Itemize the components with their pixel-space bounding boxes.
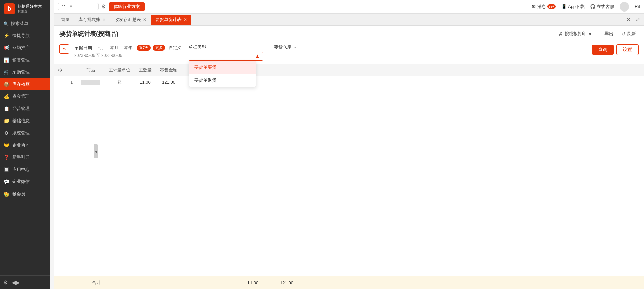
date-options-row: 单据日期 上月 本月 本年 近7天 更多 自定义: [74, 44, 183, 51]
logo-subtitle: 标准版: [18, 9, 42, 14]
footer-retail-amt: 121.00: [270, 280, 304, 285]
td-main-qty: 11.00: [135, 76, 156, 88]
type-chevron-up-icon: ▲: [255, 53, 260, 59]
tab-order-summary-label: 要货单统计表: [155, 17, 182, 23]
date-range-display: 2023-05-06 至 2023-06-06: [74, 53, 183, 59]
collapse-chevron-icon: ◀: [95, 150, 97, 153]
type-filter-label: 单据类型: [189, 44, 263, 50]
purchase-icon: 🛒: [3, 69, 9, 75]
td-empty: [54, 76, 66, 88]
type-filter-select[interactable]: ▲: [189, 52, 263, 61]
tab-inventory-batch[interactable]: 库存批次账 ✕: [74, 15, 110, 25]
filter-bar: » 单据日期 上月 本月 本年 近7天 更多 自定义 2023-05-06 至 …: [54, 41, 644, 64]
logo-title: 畅捷通好生意: [18, 4, 42, 9]
settings-button[interactable]: 设置: [616, 44, 639, 55]
tabbar: 首页 库存批次账 ✕ 收发存汇总表 ✕ 要货单统计表 ✕ ✕ ⤢: [54, 14, 644, 26]
company-dropdown-chevron: ▼: [69, 4, 73, 9]
sidebar-guide-label: 新手引导: [12, 154, 30, 160]
sidebar-item-sales[interactable]: 📊 销售管理: [0, 54, 50, 66]
date-btn-recent-7[interactable]: 近7天: [137, 45, 151, 51]
sidebar-item-guide[interactable]: ❓ 新手引导: [0, 151, 50, 163]
sidebar-collapse-handle[interactable]: ◀: [94, 144, 98, 158]
content-area: 要货单统计表(按商品) 🖨 按模板打印 ▼ ↑ 导出 ↺ 刷新: [54, 26, 644, 289]
date-filter-label: 单据日期: [74, 45, 92, 51]
tab-order-summary-close[interactable]: ✕: [184, 17, 187, 22]
footer-main-qty: 11.00: [236, 280, 270, 285]
td-num: 1: [66, 76, 77, 88]
th-unit: 主计量单位: [104, 64, 135, 76]
tab-home[interactable]: 首页: [57, 15, 74, 25]
company-selector[interactable]: 41 ▼: [58, 3, 99, 10]
tab-order-summary[interactable]: 要货单统计表 ✕: [151, 15, 191, 25]
sidebar: b 畅捷通好生意 标准版 🔍 搜索菜单 ⚡ 快捷导航 📢 营销推广 📊 销售管理…: [0, 0, 50, 289]
dropdown-item-order-purchase[interactable]: 要货单要货: [189, 61, 256, 74]
member-icon: 👑: [3, 191, 9, 197]
dropdown-item-order-return[interactable]: 要货单退货: [189, 74, 256, 87]
tab-inventory-batch-close[interactable]: ✕: [102, 17, 106, 22]
message-icon: ✉: [532, 4, 536, 9]
collapse-icon[interactable]: ◀▶: [11, 279, 20, 286]
th-settings[interactable]: ⚙: [54, 64, 66, 76]
messages-button[interactable]: ✉ 消息 99+: [532, 4, 556, 10]
sidebar-item-marketing[interactable]: 📢 营销推广: [0, 42, 50, 54]
sidebar-wechat-label: 企业微信: [12, 179, 30, 185]
online-service-button[interactable]: 🎧 在线客服: [590, 4, 614, 10]
tab-receive-summary-close[interactable]: ✕: [143, 17, 146, 22]
tab-receive-summary[interactable]: 收发存汇总表 ✕: [111, 15, 150, 25]
tab-expand-icon[interactable]: ⤢: [634, 16, 641, 23]
filter-actions: 查询 设置: [592, 44, 639, 55]
enterprise-icon: 🤝: [3, 142, 9, 148]
date-btn-more[interactable]: 更多: [153, 45, 165, 51]
th-main-qty: 主数量: [135, 64, 156, 76]
tab-close-all-icon[interactable]: ✕: [625, 16, 632, 23]
filter-expand-button[interactable]: »: [59, 44, 69, 54]
sidebar-item-app-center[interactable]: 🔲 应用中心: [0, 163, 50, 176]
trial-button[interactable]: 体验行业方案: [109, 2, 145, 11]
sidebar-item-enterprise[interactable]: 🤝 企业协同: [0, 139, 50, 151]
type-filter-group: 单据类型 ▲ 要货单要货 要货单退货: [189, 44, 263, 61]
sidebar-finance-label: 资金管理: [12, 93, 30, 99]
refresh-button[interactable]: ↺ 刷新: [619, 30, 639, 38]
sidebar-item-operation[interactable]: 📋 经营管理: [0, 103, 50, 115]
date-btn-this-month[interactable]: 本月: [108, 44, 120, 51]
th-num: [66, 64, 77, 76]
sidebar-item-basic[interactable]: 📁 基础信息: [0, 115, 50, 127]
sidebar-item-member[interactable]: 👑 畅会员: [0, 188, 50, 200]
td-unit: 块: [104, 76, 135, 88]
sidebar-item-inventory[interactable]: 📦 库存核算: [0, 78, 50, 90]
th-retail-amt: 零售金额: [156, 64, 182, 76]
topbar-right: ✉ 消息 99+ 📱 App下载 🎧 在线客服 Rit: [532, 2, 640, 12]
wechat-icon: 💬: [3, 179, 9, 185]
topbar-left: 41 ▼ ⚙ 体验行业方案: [58, 2, 529, 11]
print-icon: 🖨: [559, 31, 563, 37]
date-btn-last-month[interactable]: 上月: [94, 44, 106, 51]
query-button[interactable]: 查询: [592, 45, 614, 55]
export-button[interactable]: ↑ 导出: [598, 30, 616, 38]
td-product: [77, 76, 104, 88]
date-btn-custom[interactable]: 自定义: [167, 44, 183, 51]
sidebar-sales-label: 销售管理: [12, 57, 30, 63]
avatar[interactable]: [620, 2, 629, 12]
date-filter-group: 单据日期 上月 本月 本年 近7天 更多 自定义 2023-05-06 至 20…: [74, 44, 183, 59]
data-table-area: ⚙ 商品 主计量单位 主数量 零售金额 1: [54, 64, 644, 276]
date-btn-this-year[interactable]: 本年: [122, 44, 135, 51]
guide-icon: ❓: [3, 154, 9, 160]
sidebar-item-finance[interactable]: 💰 资金管理: [0, 90, 50, 103]
warehouse-filter-label: 要货仓库: [274, 44, 291, 50]
settings-icon[interactable]: ⚙: [3, 279, 8, 286]
app-download-button[interactable]: 📱 App下载: [561, 4, 585, 10]
sidebar-item-system[interactable]: ⚙ 系统管理: [0, 127, 50, 139]
print-chevron-icon: ▼: [588, 31, 592, 37]
app-center-icon: 🔲: [3, 166, 9, 173]
export-label: 导出: [604, 31, 613, 37]
footer-label: 合计: [92, 280, 101, 286]
warehouse-more-icon[interactable]: ···: [293, 44, 298, 50]
print-button[interactable]: 🖨 按模板打印 ▼: [556, 30, 595, 38]
sidebar-item-purchase[interactable]: 🛒 采购管理: [0, 66, 50, 78]
sidebar-item-search[interactable]: 🔍 搜索菜单: [0, 18, 50, 29]
sidebar-system-label: 系统管理: [12, 130, 30, 136]
sidebar-item-quick-nav[interactable]: ⚡ 快捷导航: [0, 29, 50, 42]
sidebar-item-wechat[interactable]: 💬 企业微信: [0, 176, 50, 188]
topbar-gear-icon[interactable]: ⚙: [101, 3, 106, 10]
sidebar-operation-label: 经营管理: [12, 106, 30, 112]
